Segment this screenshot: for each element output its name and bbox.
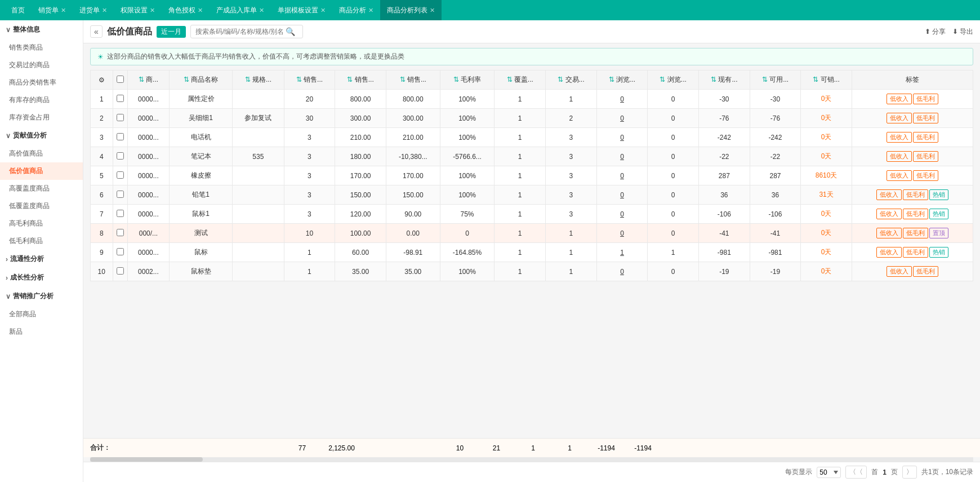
- sidebar-group-liquidity[interactable]: › 流通性分析: [0, 250, 83, 268]
- row-checkbox[interactable]: [117, 114, 124, 121]
- row-checkbox[interactable]: [117, 267, 124, 275]
- browse-link[interactable]: 0: [620, 153, 624, 161]
- browse-link[interactable]: 0: [620, 172, 624, 180]
- nav-home[interactable]: 首页: [5, 0, 32, 20]
- code-column-header[interactable]: ⇅ 商...: [127, 70, 170, 90]
- row-checkbox[interactable]: [117, 171, 124, 179]
- browse-link[interactable]: 0: [620, 114, 624, 122]
- sidebar-group-marketing[interactable]: ∨ 营销推广分析: [0, 287, 83, 306]
- sellable-days: 0天: [821, 248, 832, 256]
- row-checkbox[interactable]: [117, 248, 124, 255]
- nav-permission[interactable]: 权限设置 ✕: [114, 0, 162, 20]
- browse-link[interactable]: 1: [620, 249, 624, 257]
- close-icon[interactable]: ✕: [259, 7, 264, 14]
- trade-cell: 2: [546, 109, 597, 128]
- sidebar-item-high-coverage[interactable]: 高覆盖度商品: [0, 180, 83, 197]
- name-cell: 鼠标1: [170, 205, 233, 224]
- sales1-column-header[interactable]: ⇅ 销售...: [284, 70, 335, 90]
- browse-link[interactable]: 0: [620, 268, 624, 276]
- settings-cell: 4: [91, 147, 113, 166]
- nav-product-analysis[interactable]: 商品分析 ✕: [332, 0, 380, 20]
- browse2-column-header[interactable]: ⇅ 浏览...: [648, 70, 699, 90]
- coverage-cell: 1: [495, 90, 546, 109]
- nav-template[interactable]: 单据模板设置 ✕: [271, 0, 332, 20]
- nav-product-inbound[interactable]: 产成品入库单 ✕: [210, 0, 271, 20]
- tags-column-header[interactable]: 标签: [852, 70, 973, 90]
- browse-link[interactable]: 0: [620, 191, 624, 199]
- spec-cell: [232, 128, 284, 147]
- current-page-number: 1: [883, 468, 887, 476]
- close-icon[interactable]: ✕: [320, 7, 326, 14]
- sidebar-item-category-sales-rate[interactable]: 商品分类销售率: [0, 74, 83, 91]
- browse-link[interactable]: 0: [620, 95, 624, 103]
- available-cell: -30: [750, 90, 801, 109]
- nav-sales-order[interactable]: 销货单 ✕: [32, 0, 73, 20]
- search-icon[interactable]: 🔍: [286, 27, 295, 36]
- close-icon[interactable]: ✕: [430, 7, 435, 14]
- search-input[interactable]: [195, 28, 286, 36]
- browse1-column-header[interactable]: ⇅ 浏览...: [596, 70, 648, 90]
- sidebar-item-stock-products[interactable]: 有库存的商品: [0, 91, 83, 109]
- coverage-cell: 1: [495, 109, 546, 128]
- row-checkbox[interactable]: [117, 133, 124, 140]
- sidebar-item-sales-products[interactable]: 销售类商品: [0, 39, 83, 56]
- sidebar-item-stock-fund[interactable]: 库存资金占用: [0, 109, 83, 126]
- browse-link[interactable]: 0: [620, 134, 624, 141]
- nav-purchase-order[interactable]: 进货单 ✕: [73, 0, 114, 20]
- sidebar-item-all-products[interactable]: 全部商品: [0, 306, 83, 323]
- row-checkbox[interactable]: [117, 229, 124, 236]
- sidebar-item-new-products[interactable]: 新品: [0, 323, 83, 341]
- sidebar-item-high-value[interactable]: 高价值商品: [0, 145, 83, 162]
- checkbox-column-header[interactable]: [113, 70, 127, 90]
- spec-cell: 535: [232, 147, 284, 166]
- current-column-header[interactable]: ⇅ 现有...: [698, 70, 750, 90]
- first-page-button[interactable]: 〈〈: [845, 466, 867, 479]
- sidebar-item-high-margin[interactable]: 高毛利商品: [0, 215, 83, 232]
- browse-link[interactable]: 0: [620, 210, 624, 218]
- next-page-button[interactable]: 〉: [902, 466, 917, 479]
- export-button[interactable]: ⬇ 导出: [952, 27, 973, 37]
- sidebar-collapse-button[interactable]: «: [90, 25, 103, 38]
- select-all-checkbox[interactable]: [117, 76, 124, 83]
- row-checkbox[interactable]: [117, 210, 124, 217]
- sidebar-item-low-margin[interactable]: 低毛利商品: [0, 232, 83, 250]
- row-checkbox[interactable]: [117, 152, 124, 160]
- gross-rate-column-header[interactable]: ⇅ 毛利率: [440, 70, 495, 90]
- per-page-select[interactable]: 50 100 200: [817, 467, 841, 478]
- available-cell: -106: [750, 205, 801, 224]
- sidebar-item-traded-products[interactable]: 交易过的商品: [0, 56, 83, 74]
- sidebar-group-growth[interactable]: › 成长性分析: [0, 268, 83, 287]
- browse2-cell: 0: [648, 90, 699, 109]
- nav-role-auth[interactable]: 角色授权 ✕: [162, 0, 210, 20]
- close-icon[interactable]: ✕: [150, 7, 155, 14]
- current-cell: -30: [698, 90, 750, 109]
- trade-column-header[interactable]: ⇅ 交易...: [546, 70, 597, 90]
- share-button[interactable]: ⬆ 分享: [925, 27, 946, 37]
- settings-column-header[interactable]: ⚙: [91, 70, 113, 90]
- close-icon[interactable]: ✕: [61, 7, 66, 14]
- name-column-header[interactable]: ⇅ 商品名称: [170, 70, 233, 90]
- tag-badge: 低收入: [887, 113, 912, 123]
- sidebar-group-contribution[interactable]: ∨ 贡献值分析: [0, 126, 83, 145]
- time-filter-badge[interactable]: 近一月: [157, 26, 186, 38]
- sidebar-group-overall[interactable]: ∨ 整体信息: [0, 20, 83, 39]
- row-checkbox[interactable]: [117, 95, 124, 102]
- sellable-column-header[interactable]: ⇅ 可销...: [801, 70, 852, 90]
- row-checkbox[interactable]: [117, 191, 124, 198]
- close-icon[interactable]: ✕: [102, 7, 107, 14]
- coverage-cell: 1: [495, 243, 546, 262]
- browse-link[interactable]: 0: [620, 229, 624, 237]
- sidebar-item-low-coverage[interactable]: 低覆盖度商品: [0, 197, 83, 215]
- current-cell: -22: [698, 147, 750, 166]
- sales3-column-header[interactable]: ⇅ 销售...: [386, 70, 440, 90]
- coverage-column-header[interactable]: ⇅ 覆盖...: [495, 70, 546, 90]
- nav-product-analysis-list[interactable]: 商品分析列表 ✕: [380, 0, 442, 20]
- close-icon[interactable]: ✕: [368, 7, 373, 14]
- sales2-column-header[interactable]: ⇅ 销售...: [335, 70, 386, 90]
- data-table: ⚙ ⇅ 商... ⇅ 商品名称 ⇅ 规格... ⇅ 销售... ⇅ 销售... …: [90, 70, 973, 281]
- spec-column-header[interactable]: ⇅ 规格...: [232, 70, 284, 90]
- available-column-header[interactable]: ⇅ 可用...: [750, 70, 801, 90]
- available-cell: -41: [750, 224, 801, 243]
- sidebar-item-low-value[interactable]: 低价值商品: [0, 162, 83, 180]
- close-icon[interactable]: ✕: [198, 7, 203, 14]
